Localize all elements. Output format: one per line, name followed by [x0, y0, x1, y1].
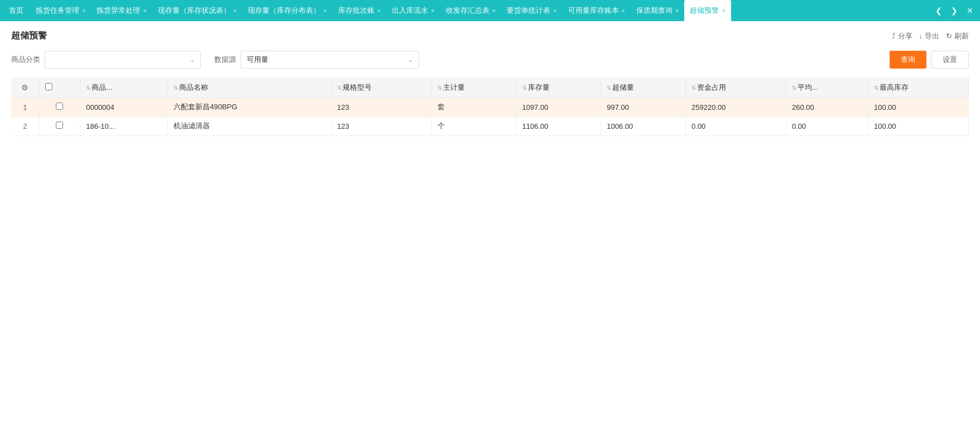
th-product-code[interactable]: ⇅商品... — [80, 77, 168, 98]
nav-item-保质期查询[interactable]: 保质期查询× — [631, 0, 684, 21]
datasource-filter: 数据源 可用量 ⌄ — [214, 51, 419, 69]
settings-button[interactable]: 设置 — [931, 51, 969, 69]
nav-item-label: 收发存汇总表 — [446, 6, 489, 16]
nav-item-出入库流水[interactable]: 出入库流水× — [386, 0, 440, 21]
close-icon[interactable]: × — [553, 7, 556, 14]
chevron-down-icon: ⌄ — [190, 56, 195, 64]
nav-arrows: ❮ ❯ ✕ — [931, 0, 978, 21]
page-title-bar: 超储预警 ⤴ 分享 ↓ 导出 ↻ 刷新 — [11, 30, 969, 42]
sort-icon-stock: ⇅ — [522, 85, 527, 91]
th-product-name[interactable]: ⇅商品名称 — [167, 77, 331, 98]
capital: 0.00 — [686, 117, 786, 135]
table-row: 2 186-10... 机油滤清器 123 个 1106.00 1006.00 … — [11, 117, 969, 135]
nav-item-label: 现存量（库存状况表） — [158, 6, 230, 16]
close-icon[interactable]: × — [622, 7, 625, 14]
refresh-button[interactable]: ↻ 刷新 — [946, 31, 969, 41]
row-checkbox-cell[interactable] — [39, 117, 80, 135]
nav-home[interactable]: 首页 — [2, 6, 30, 16]
row-checkbox[interactable] — [56, 122, 63, 129]
close-icon[interactable]: × — [492, 7, 496, 14]
row-checkbox-cell[interactable] — [39, 98, 80, 117]
select-all-checkbox[interactable] — [45, 83, 52, 90]
close-icon[interactable]: × — [675, 7, 679, 14]
nav-prev-button[interactable]: ❮ — [931, 0, 947, 21]
spec: 123 — [331, 98, 431, 117]
share-button[interactable]: ⤴ 分享 — [892, 31, 912, 41]
sort-icon-spec: ⇅ — [337, 85, 342, 91]
nav-item-现存量-库存状况表-[interactable]: 现存量（库存状况表）× — [152, 0, 242, 21]
nav-item-label: 要货单统计表 — [507, 6, 550, 16]
export-icon: ↓ — [919, 32, 923, 40]
spec: 123 — [331, 117, 431, 135]
capital: 259220.00 — [686, 98, 786, 117]
row-checkbox[interactable] — [56, 103, 63, 110]
th-max-stock[interactable]: ⇅最高库存 — [868, 77, 969, 98]
th-capital[interactable]: ⇅资金占用 — [686, 77, 786, 98]
th-overstock[interactable]: ⇅超储量 — [601, 77, 686, 98]
filter-actions: 查询 设置 — [890, 51, 969, 69]
overstock: 997.00 — [601, 98, 686, 117]
nav-item-label: 拣货任务管理 — [36, 6, 79, 16]
query-button[interactable]: 查询 — [890, 51, 926, 69]
stock: 1097.00 — [516, 98, 601, 117]
nav-item-拣货任务管理[interactable]: 拣货任务管理× — [30, 0, 91, 21]
nav-next-button[interactable]: ❯ — [947, 0, 962, 21]
nav-item-拣货异常处理[interactable]: 拣货异常处理× — [91, 0, 152, 21]
category-select[interactable]: ⌄ — [45, 51, 201, 69]
row-index: 1 — [11, 98, 39, 117]
sort-icon-code: ⇅ — [86, 85, 90, 91]
sort-icon-overstock: ⇅ — [607, 85, 611, 91]
nav-bar: 首页 拣货任务管理×拣货异常处理×现存量（库存状况表）×现存量（库存分布表）×库… — [0, 0, 980, 21]
row-index: 2 — [11, 117, 39, 135]
nav-item-label: 拣货异常处理 — [97, 6, 140, 16]
export-button[interactable]: ↓ 导出 — [919, 31, 940, 41]
th-stock[interactable]: ⇅库存量 — [516, 77, 601, 98]
product-name: 六配套新昌490BPG — [167, 98, 331, 117]
close-icon[interactable]: × — [323, 7, 326, 14]
nav-item-可用量库存账本[interactable]: 可用量库存账本× — [563, 0, 631, 21]
chevron-down-icon-2: ⌄ — [408, 56, 413, 64]
close-icon[interactable]: × — [377, 7, 381, 14]
close-icon[interactable]: × — [82, 7, 85, 14]
nav-item-label: 保质期查询 — [636, 6, 672, 16]
th-avg[interactable]: ⇅平均... — [786, 77, 868, 98]
sort-icon-avg: ⇅ — [792, 85, 796, 91]
nav-item-收发存汇总表[interactable]: 收发存汇总表× — [440, 0, 501, 21]
nav-close-button[interactable]: ✕ — [962, 0, 978, 21]
sort-icon-unit: ⇅ — [438, 85, 442, 91]
datasource-select[interactable]: 可用量 ⌄ — [241, 51, 419, 69]
th-spec[interactable]: ⇅规格型号 — [331, 77, 431, 98]
table-header-row: ⚙ ⇅商品... ⇅商品名称 ⇅规格型号 ⇅主计量 ⇅库存量 — [11, 77, 969, 98]
stock: 1106.00 — [516, 117, 601, 135]
nav-item-label: 超储预警 — [690, 6, 719, 16]
close-icon[interactable]: × — [431, 7, 434, 14]
avg: 260.00 — [786, 98, 868, 117]
nav-item-label: 库存批次账 — [338, 6, 374, 16]
th-unit[interactable]: ⇅主计量 — [431, 77, 516, 98]
title-actions: ⤴ 分享 ↓ 导出 ↻ 刷新 — [892, 31, 969, 41]
close-icon[interactable]: × — [233, 7, 237, 14]
product-name: 机油滤清器 — [167, 117, 331, 135]
overstock: 1006.00 — [601, 117, 686, 135]
nav-item-要货单统计表[interactable]: 要货单统计表× — [501, 0, 562, 21]
close-icon[interactable]: × — [722, 7, 725, 14]
nav-item-现存量-库存分布表-[interactable]: 现存量（库存分布表）× — [242, 0, 332, 21]
datasource-value: 可用量 — [247, 55, 268, 65]
th-gear[interactable]: ⚙ — [11, 77, 39, 98]
datasource-label: 数据源 — [214, 55, 236, 65]
nav-item-超储预警[interactable]: 超储预警× — [684, 0, 731, 21]
nav-item-label: 可用量库存账本 — [568, 6, 619, 16]
table-row: 1 0000004 六配套新昌490BPG 123 套 1097.00 997.… — [11, 98, 969, 117]
max-stock: 100.00 — [868, 98, 969, 117]
refresh-icon: ↻ — [946, 32, 952, 40]
th-checkbox[interactable] — [39, 77, 80, 98]
product-code: 0000004 — [80, 98, 168, 117]
sort-icon-max: ⇅ — [874, 85, 878, 91]
sort-icon-capital: ⇅ — [691, 85, 696, 91]
sort-icon-name: ⇅ — [174, 85, 178, 91]
close-icon[interactable]: × — [143, 7, 146, 14]
unit: 个 — [431, 117, 516, 135]
unit: 套 — [431, 98, 516, 117]
nav-item-库存批次账[interactable]: 库存批次账× — [333, 0, 386, 21]
gear-icon: ⚙ — [21, 83, 28, 92]
